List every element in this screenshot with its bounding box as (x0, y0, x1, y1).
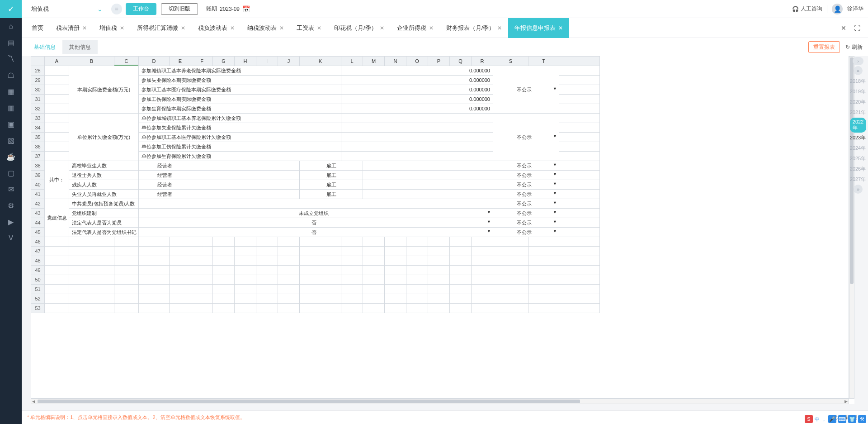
row-header-39[interactable]: 39 (31, 171, 45, 180)
tax-type-dropdown[interactable]: 增值税 ⌄ (26, 3, 108, 15)
row-header-32[interactable]: 32 (31, 104, 45, 114)
tab-财务报表（月/季）[interactable]: 财务报表（月/季）✕ (440, 18, 509, 38)
g3-disp-2[interactable]: 不公示▼ (493, 180, 559, 190)
tab-纳税波动表[interactable]: 纳税波动表✕ (241, 18, 290, 38)
tab-首页[interactable]: 首页 (25, 18, 50, 38)
nav-settings-icon[interactable]: ⚙ (0, 197, 22, 214)
col-header-I[interactable]: I (256, 57, 278, 66)
nav-calendar-icon[interactable]: ▧ (0, 132, 22, 148)
col-header-M[interactable]: M (363, 57, 385, 66)
col-header-A[interactable]: A (45, 57, 69, 66)
row-header-47[interactable]: 47 (31, 247, 45, 256)
col-header-T[interactable]: T (528, 57, 559, 66)
row-header-41[interactable]: 41 (31, 190, 45, 199)
row-header-51[interactable]: 51 (31, 285, 45, 294)
g2-display[interactable]: 不公示▼ (493, 114, 559, 161)
col-header-K[interactable]: K (300, 57, 341, 66)
g1-val-2[interactable]: 0.000000 (341, 85, 493, 95)
tab-close-icon[interactable]: ✕ (230, 25, 235, 31)
g1-val-3[interactable]: 0.000000 (341, 95, 493, 104)
nav-chart-icon[interactable]: 〽 (0, 51, 22, 67)
tab-close-icon[interactable]: ✕ (497, 25, 502, 31)
nav-bag-icon[interactable]: ☖ (0, 67, 22, 83)
col-header-L[interactable]: L (341, 57, 363, 66)
row-header-44[interactable]: 44 (31, 218, 45, 228)
g1-val-4[interactable]: 0.000000 (341, 104, 493, 114)
nav-report-icon[interactable]: ▥ (0, 100, 22, 116)
g3-disp-1[interactable]: 不公示▼ (493, 171, 559, 180)
row-header-28[interactable]: 28 (31, 66, 45, 76)
col-header-J[interactable]: J (278, 57, 300, 66)
row-header-29[interactable]: 29 (31, 76, 45, 85)
row-header-38[interactable]: 38 (31, 161, 45, 171)
spreadsheet[interactable]: ABCDEFGHIJKLMNOPQRST28本期实际缴费金额(万元)参加城镇职工… (31, 56, 709, 347)
col-header-P[interactable]: P (428, 57, 450, 66)
col-header-F[interactable]: F (191, 57, 213, 66)
doc-icon[interactable]: ≡ (111, 4, 122, 14)
tab-增值税[interactable]: 增值税✕ (93, 18, 131, 38)
col-header-Q[interactable]: Q (450, 57, 472, 66)
nav-inbox-icon[interactable]: ✉ (0, 181, 22, 197)
g4-r4-val[interactable]: 否▼ (139, 228, 493, 237)
g4-d3[interactable]: 不公示▼ (493, 218, 559, 228)
tab-close-icon[interactable]: ✕ (558, 25, 563, 31)
g4-d4[interactable]: 不公示▼ (493, 228, 559, 237)
tab-close-icon[interactable]: ✕ (380, 25, 384, 31)
g4-d1[interactable]: 不公示▼ (493, 199, 559, 209)
calendar-icon[interactable]: 📅 (242, 5, 250, 13)
row-header-30[interactable]: 30 (31, 85, 45, 95)
nav-video-icon[interactable]: ▶ (0, 214, 22, 230)
g1-val-1[interactable]: 0.000000 (341, 76, 493, 85)
tab-印花税（月/季）[interactable]: 印花税（月/季）✕ (328, 18, 391, 38)
col-header-D[interactable]: D (139, 57, 170, 66)
tab-close-icon[interactable]: ✕ (279, 25, 284, 31)
row-header-43[interactable]: 43 (31, 209, 45, 218)
row-header-42[interactable]: 42 (31, 199, 45, 209)
row-header-34[interactable]: 34 (31, 123, 45, 133)
nav-export-icon[interactable]: ▢ (0, 165, 22, 181)
row-header-33[interactable]: 33 (31, 114, 45, 123)
row-header-50[interactable]: 50 (31, 275, 45, 285)
tab-close-icon[interactable]: ✕ (82, 25, 87, 31)
tab-工资表[interactable]: 工资表✕ (290, 18, 328, 38)
nav-home-icon[interactable]: ⌂ (0, 18, 22, 34)
g1-val-0[interactable]: 0.000000 (341, 66, 493, 76)
period-value[interactable]: 2023-09 (220, 6, 240, 12)
nav-doc-icon[interactable]: ▤ (0, 34, 22, 51)
g4-r2-val[interactable]: 未成立党组织▼ (139, 209, 493, 218)
tab-close-icon[interactable]: ✕ (317, 25, 321, 31)
row-header-45[interactable]: 45 (31, 228, 45, 237)
row-header-35[interactable]: 35 (31, 133, 45, 142)
row-header-31[interactable]: 31 (31, 95, 45, 104)
col-header-B[interactable]: B (69, 57, 114, 66)
row-header-36[interactable]: 36 (31, 142, 45, 152)
row-header-52[interactable]: 52 (31, 294, 45, 304)
col-header-G[interactable]: G (213, 57, 235, 66)
tab-年报信息申报表[interactable]: 年报信息申报表✕ (508, 18, 569, 38)
tab-close-icon[interactable]: ✕ (429, 25, 434, 31)
tab-企业所得税[interactable]: 企业所得税✕ (391, 18, 440, 38)
g1-display[interactable]: 不公示▼ (493, 66, 559, 114)
subtab-basic[interactable]: 基础信息 (27, 40, 62, 54)
tab-close-icon[interactable]: ✕ (120, 25, 124, 31)
row-header-49[interactable]: 49 (31, 266, 45, 275)
row-header-53[interactable]: 53 (31, 304, 45, 313)
workbench-button[interactable]: 工作台 (126, 3, 156, 15)
g3-disp-3[interactable]: 不公示▼ (493, 190, 559, 199)
nav-clipboard-icon[interactable]: ▦ (0, 83, 22, 100)
g3-disp-0[interactable]: 不公示▼ (493, 161, 559, 171)
col-header-C[interactable]: C (114, 57, 139, 66)
col-header-H[interactable]: H (235, 57, 256, 66)
col-header-O[interactable]: O (406, 57, 428, 66)
row-header-37[interactable]: 37 (31, 152, 45, 161)
nav-v-icon[interactable]: V (0, 230, 22, 246)
col-header-E[interactable]: E (170, 57, 191, 66)
tab-税负波动表[interactable]: 税负波动表✕ (192, 18, 241, 38)
nav-receipt-icon[interactable]: ▣ (0, 116, 22, 132)
nav-active-icon[interactable]: ☕ (0, 148, 22, 165)
col-header-S[interactable]: S (493, 57, 528, 66)
col-header-R[interactable]: R (472, 57, 493, 66)
switch-old-button[interactable]: 切到旧版 (161, 3, 198, 15)
g4-r3-val[interactable]: 否▼ (139, 218, 493, 228)
tab-税表清册[interactable]: 税表清册✕ (50, 18, 93, 38)
